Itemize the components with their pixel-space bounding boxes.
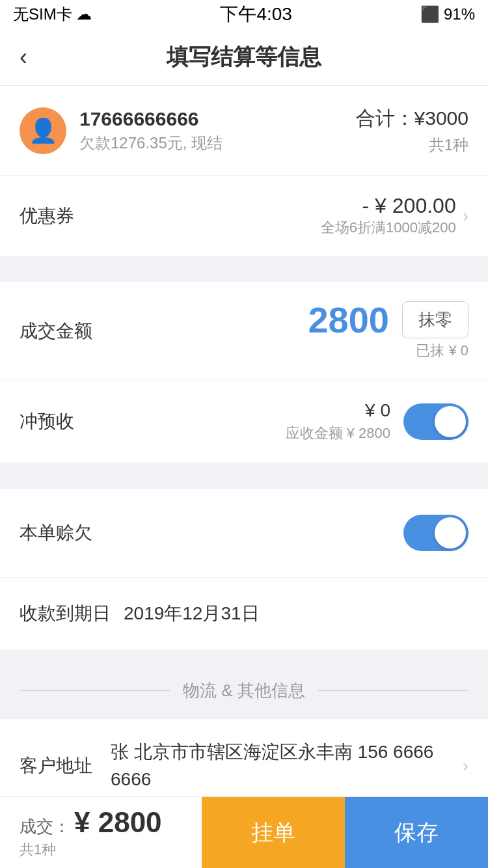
- status-time: 下午4:03: [220, 2, 292, 27]
- bendan-section: 本单赊欠 收款到期日 2019年12月31日: [0, 489, 488, 649]
- customer-row: 👤 17666666666 欠款1276.35元, 现结 合计：¥3000 共1…: [0, 86, 488, 175]
- logistics-header: 物流 & 其他信息: [0, 662, 488, 719]
- status-right: ⬛ 91%: [420, 5, 475, 23]
- footer-count: 共1种: [20, 840, 182, 860]
- deal-amount-value: 2800: [308, 302, 389, 338]
- deal-amount-sub: 已抹 ¥ 0: [308, 341, 468, 360]
- status-left: 无SIM卡 ☁: [13, 4, 92, 25]
- coupon-label: 优惠券: [20, 204, 74, 228]
- bendan-row: 本单赊欠: [0, 489, 488, 577]
- customer-left: 👤 17666666666 欠款1276.35元, 现结: [20, 107, 223, 154]
- avatar-icon: 👤: [29, 117, 58, 144]
- form-section-deal: 成交金额 2800 抹零 已抹 ¥ 0 冲预收 ¥ 0 应收金额 ¥ 2800: [0, 282, 488, 463]
- signal-text: 无SIM卡 ☁: [13, 4, 92, 25]
- chong-yushou-right: ¥ 0 应收金额 ¥ 2800: [286, 400, 468, 443]
- duedate-value: 2019年12月31日: [124, 601, 260, 626]
- customer-subtitle: 欠款1276.35元, 现结: [79, 133, 223, 154]
- back-button[interactable]: ‹: [20, 44, 27, 71]
- deal-amount-right: 2800 抹零: [308, 301, 468, 338]
- save-button[interactable]: 保存: [345, 797, 488, 869]
- avatar: 👤: [20, 107, 66, 154]
- address-label: 客户地址: [20, 753, 98, 778]
- chong-yushou-label: 冲预收: [20, 409, 98, 434]
- status-bar: 无SIM卡 ☁ 下午4:03 ⬛ 91%: [0, 0, 488, 29]
- duedate-row: 收款到期日 2019年12月31日: [0, 577, 488, 649]
- chong-yushou-row: 冲预收 ¥ 0 应收金额 ¥ 2800: [0, 381, 488, 463]
- total-amount: 合计：¥3000: [356, 105, 468, 132]
- coupon-row[interactable]: 优惠券 - ¥ 200.00 全场6折满1000减200 ›: [0, 175, 488, 256]
- customer-right: 合计：¥3000 共1种: [356, 105, 468, 156]
- bendan-toggle[interactable]: [403, 515, 468, 551]
- customer-card: 👤 17666666666 欠款1276.35元, 现结 合计：¥3000 共1…: [0, 86, 488, 256]
- footer: 成交： ¥ 2800 共1种 挂单 保存: [0, 796, 488, 868]
- coupon-right: - ¥ 200.00 全场6折满1000减200 ›: [321, 194, 468, 237]
- coupon-desc: 全场6折满1000减200: [321, 218, 456, 237]
- hold-button[interactable]: 挂单: [202, 797, 345, 869]
- footer-total-amount: ¥ 2800: [74, 806, 162, 839]
- duedate-label: 收款到期日: [20, 601, 111, 626]
- section-divider-1: [0, 269, 488, 282]
- chongyu-sub-amount: 应收金额 ¥ 2800: [286, 424, 390, 443]
- deal-amount-label: 成交金额: [20, 319, 98, 344]
- nav-bar: ‹ 填写结算等信息: [0, 29, 488, 86]
- customer-phone: 17666666666: [79, 108, 223, 130]
- address-value: 张 北京市市辖区海淀区永丰南 156 6666 6666: [111, 739, 450, 793]
- battery-percent: 91%: [444, 5, 475, 23]
- footer-total-label: 成交：: [20, 815, 70, 838]
- customer-info: 17666666666 欠款1276.35元, 现结: [79, 108, 223, 154]
- total-count: 共1种: [356, 135, 468, 156]
- coupon-discount: - ¥ 200.00: [321, 194, 456, 218]
- chongyu-amounts: ¥ 0 应收金额 ¥ 2800: [286, 400, 390, 443]
- page-title: 填写结算等信息: [167, 42, 321, 72]
- chongyu-main-amount: ¥ 0: [286, 400, 390, 421]
- logistics-label: 物流 & 其他信息: [183, 679, 305, 702]
- logistics-line-right: [318, 690, 468, 691]
- coupon-arrow-icon: ›: [463, 206, 468, 226]
- footer-info: 成交： ¥ 2800 共1种: [0, 806, 202, 860]
- round-button[interactable]: 抹零: [402, 301, 468, 338]
- logistics-line-left: [20, 690, 170, 691]
- deal-amount-row: 成交金额 2800 抹零 已抹 ¥ 0: [0, 282, 488, 381]
- address-arrow-icon: ›: [463, 755, 468, 776]
- chong-yushou-toggle[interactable]: [403, 403, 468, 440]
- battery-icon: ⬛: [420, 5, 440, 23]
- bendan-label: 本单赊欠: [20, 521, 92, 545]
- section-divider-2: [0, 476, 488, 489]
